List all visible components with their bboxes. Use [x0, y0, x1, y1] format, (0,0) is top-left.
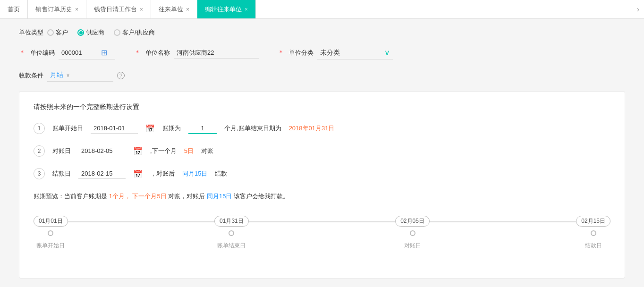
reconcile-day-highlight: 5日 — [184, 147, 194, 155]
setting-row-1: 1 账单开始日 📅 账期为 个月,账单结束日期为 2018年01月31日 — [34, 123, 610, 134]
tab-close-sales-order[interactable]: × — [75, 6, 78, 13]
node-top-label-2: 02月05日 — [395, 216, 430, 227]
payment-date-input[interactable] — [78, 169, 126, 179]
node-dot-0 — [48, 230, 53, 236]
category-dropdown-icon: ∨ — [384, 48, 390, 57]
radio-label-both: 客户/供应商 — [122, 28, 155, 37]
payment-help-icon[interactable]: ? — [117, 72, 125, 79]
payment-suffix-post: 结款 — [215, 169, 227, 178]
node-dot-1 — [229, 230, 234, 236]
unit-category-label: 单位分类 — [289, 49, 314, 57]
tab-label-partner: 往来单位 — [159, 5, 183, 14]
node-bottom-label-0: 账单开始日 — [36, 242, 65, 250]
unit-code-input-wrapper: ⊞ — [59, 46, 115, 59]
radio-label-supplier: 供应商 — [86, 28, 104, 37]
node-bottom-label-1: 账单结束日 — [217, 242, 246, 250]
row-label-2: 对账日 — [52, 147, 71, 155]
radio-group: 客户供应商客户/供应商 — [47, 28, 155, 37]
period-prefix: 账期为 — [162, 124, 181, 133]
payment-terms-label: 收款条件 — [19, 71, 43, 80]
payment-dropdown-icon: ∨ — [66, 72, 70, 78]
preview-text: 账期预览：当前客户账期是 1个月， 下一个月5日 对账，对账后 同月15日 该客… — [34, 191, 610, 202]
end-date-highlight: 2018年01月31日 — [289, 124, 335, 133]
preview-part1: 1个月， — [109, 193, 131, 200]
payment-terms-row: 收款条件 月结 ∨ ? — [19, 69, 625, 82]
preview-part3: 对账，对账后 — [168, 193, 205, 200]
row-num-2: 2 — [34, 145, 45, 157]
node-bottom-label-2: 对账日 — [404, 242, 421, 250]
code-name-category-row: ＊ 单位编码 ⊞ ＊ 单位名称 ＊ 单位分类 未分类 ∨ — [19, 46, 625, 59]
reconcile-calendar-icon[interactable]: 📅 — [133, 147, 143, 156]
name-required: ＊ — [134, 49, 141, 57]
preview-part2: 下一个月5日 — [132, 193, 166, 200]
tab-partner[interactable]: 往来单位× — [151, 0, 197, 18]
period-months-input[interactable] — [188, 123, 217, 134]
preview-part4: 同月15日 — [207, 193, 232, 200]
payment-terms-select[interactable]: 月结 ∨ — [47, 69, 113, 82]
node-dot-3 — [591, 230, 596, 236]
timeline-node-3: 02月15日结款日 — [576, 216, 610, 250]
unit-name-field: ＊ 单位名称 — [134, 47, 259, 59]
tab-label-home: 首页 — [8, 5, 20, 14]
node-top-label-1: 01月31日 — [214, 216, 249, 227]
tab-label-sales-order: 销售订单历史 — [35, 5, 72, 14]
period-suffix-1: 个月,账单结束日期为 — [224, 124, 281, 133]
code-required: ＊ — [19, 49, 25, 57]
timeline-node-1: 01月31日账单结束日 — [214, 216, 249, 250]
timeline: 01月01日账单开始日01月31日账单结束日02月05日对账日02月15日结款日 — [34, 211, 610, 264]
payment-suffix-pre: ，对账后 — [150, 169, 175, 178]
row-label-1: 账单开始日 — [52, 124, 83, 133]
tab-cash-work[interactable]: 钱货日清工作台× — [86, 0, 151, 18]
tab-arrow[interactable]: › — [632, 0, 644, 18]
timeline-nodes: 01月01日账单开始日01月31日账单结束日02月05日对账日02月15日结款日 — [34, 216, 610, 250]
unit-name-input[interactable] — [174, 47, 259, 59]
tab-edit-partner[interactable]: 编辑往来单位× — [197, 0, 256, 18]
tab-label-edit-partner: 编辑往来单位 — [205, 5, 242, 14]
radio-circle-customer — [47, 29, 54, 36]
reconcile-date-input[interactable] — [78, 146, 126, 156]
cat-required: ＊ — [278, 49, 284, 57]
timeline-node-2: 02月05日对账日 — [395, 216, 430, 250]
calendar-icon[interactable]: ⊞ — [101, 48, 107, 57]
tab-close-partner[interactable]: × — [186, 6, 189, 13]
timeline-node-0: 01月01日账单开始日 — [34, 216, 68, 250]
radio-label-customer: 客户 — [56, 28, 68, 37]
radio-circle-both — [114, 29, 120, 36]
radio-both[interactable]: 客户/供应商 — [114, 28, 155, 37]
tab-close-cash-work[interactable]: × — [140, 6, 143, 13]
unit-code-input[interactable] — [61, 49, 99, 56]
radio-customer[interactable]: 客户 — [47, 28, 68, 37]
unit-name-label: 单位名称 — [145, 49, 170, 57]
tab-sales-order[interactable]: 销售订单历史× — [28, 0, 86, 18]
start-calendar-icon[interactable]: 📅 — [145, 124, 155, 133]
node-bottom-label-3: 结款日 — [585, 242, 602, 250]
main-content: 单位类型 客户供应商客户/供应商 ＊ 单位编码 ⊞ ＊ 单位名称 ＊ 单位分类 … — [0, 19, 644, 287]
row-num-3: 3 — [34, 168, 45, 179]
start-date-input[interactable] — [91, 123, 138, 134]
setting-row-2: 2 对账日 📅 ,下一个月 5日 对账 — [34, 145, 610, 157]
tab-home[interactable]: 首页 — [0, 0, 28, 18]
payment-calendar-icon[interactable]: 📅 — [133, 169, 143, 178]
unit-code-label: 单位编码 — [30, 49, 55, 57]
unit-type-field: 单位类型 客户供应商客户/供应商 — [19, 28, 155, 37]
unit-type-row: 单位类型 客户供应商客户/供应商 — [19, 28, 625, 37]
radio-circle-supplier — [77, 29, 84, 36]
preview-part5: 该客户会给我打款。 — [234, 193, 289, 200]
row-label-3: 结款日 — [52, 169, 71, 178]
unit-category-value: 未分类 — [320, 49, 340, 57]
unit-category-field: ＊ 单位分类 未分类 ∨ — [278, 46, 393, 59]
reconcile-suffix-pre: ,下一个月 — [150, 147, 177, 155]
node-dot-2 — [410, 230, 415, 236]
section-title: 请按照未来的一个完整帐期进行设置 — [34, 103, 610, 111]
tab-bar: 首页销售订单历史×钱货日清工作台×往来单位×编辑往来单位× › — [0, 0, 644, 19]
settings-section: 请按照未来的一个完整帐期进行设置 1 账单开始日 📅 账期为 个月,账单结束日期… — [19, 91, 625, 279]
tab-label-cash-work: 钱货日清工作台 — [94, 5, 137, 14]
node-top-label-3: 02月15日 — [576, 216, 610, 227]
tab-close-edit-partner[interactable]: × — [245, 6, 248, 13]
row-num-1: 1 — [34, 123, 45, 134]
radio-supplier[interactable]: 供应商 — [77, 28, 104, 37]
preview-prefix: 账期预览：当前客户账期是 — [34, 193, 107, 200]
unit-category-select[interactable]: 未分类 ∨ — [317, 46, 393, 59]
payment-terms-field: 收款条件 月结 ∨ ? — [19, 69, 125, 82]
setting-row-3: 3 结款日 📅 ，对账后 同月15日 结款 — [34, 168, 610, 179]
